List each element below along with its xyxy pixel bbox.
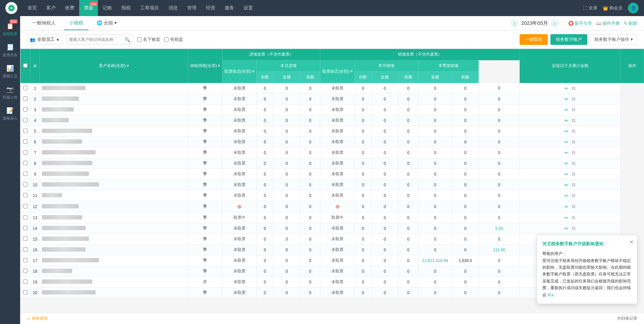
edit-icon[interactable]: ✏ xyxy=(565,96,569,102)
row-checkbox[interactable] xyxy=(23,290,28,295)
sidebar-item-scan-upload[interactable]: 📷 扫描上传 xyxy=(0,82,20,103)
main-content: 一般纳税人 小规模 🌐 全能 ▾ ‹ 2023年05月 › ⭕ 新手引导 📖 操… xyxy=(20,16,644,324)
copy-icon[interactable]: ⧉ xyxy=(572,139,575,145)
tax-digital-account-btn[interactable]: 税务数字账户 xyxy=(550,34,587,45)
nav-ticket[interactable]: 票据 new xyxy=(79,0,98,16)
edit-icon[interactable]: ✏ xyxy=(565,226,569,231)
user-avatar[interactable]: 👤 xyxy=(628,3,639,13)
copy-icon[interactable]: ⧉ xyxy=(572,193,575,198)
row-checkbox[interactable] xyxy=(23,215,28,219)
tab-small-scale[interactable]: 小规模 xyxy=(64,17,89,30)
row-checkbox[interactable] xyxy=(23,247,28,252)
edit-icon[interactable]: ✏ xyxy=(565,150,569,155)
copy-icon[interactable]: ⧉ xyxy=(572,171,575,177)
th-in-status: 取票状态(全部) ▾ xyxy=(222,60,257,83)
edit-icon[interactable]: ✏ xyxy=(565,118,569,123)
row-checkbox[interactable] xyxy=(23,182,28,187)
row-checkbox[interactable] xyxy=(23,204,28,208)
nav-customer[interactable]: 客户 xyxy=(42,0,60,16)
row-cumulative-cell: 0 xyxy=(479,158,520,169)
row-out-status-cell: 取票中 xyxy=(320,212,355,223)
copy-icon[interactable]: ⧉ xyxy=(572,225,575,231)
row-checkbox[interactable] xyxy=(23,96,28,101)
search-button[interactable]: 🔍 xyxy=(124,37,130,42)
row-checkbox[interactable] xyxy=(23,237,28,241)
nav-home[interactable]: 首页 xyxy=(23,0,42,16)
employee-select[interactable]: 👥 全部员工 ▾ xyxy=(27,35,62,45)
prev-month-btn[interactable]: ‹ xyxy=(511,19,519,27)
copy-icon[interactable]: ⧉ xyxy=(572,150,575,155)
sidebar-item-invoice-open[interactable]: 🧾 发票开具 xyxy=(0,40,20,61)
fullscreen-btn[interactable]: ⛶ 全屏 xyxy=(583,5,597,11)
edit-icon[interactable]: ✏ xyxy=(565,161,569,166)
row-checkbox[interactable] xyxy=(23,279,28,284)
row-action-cell: ✏ ⧉ xyxy=(520,180,620,190)
row-checkbox[interactable] xyxy=(23,139,28,144)
copy-icon[interactable]: ⧉ xyxy=(572,96,575,102)
tax-digital-account-ops-btn[interactable]: 税务数字账户操作 ▾ xyxy=(590,34,637,45)
row-cumulative-cell: 0 xyxy=(479,287,520,298)
tab-all[interactable]: 🌐 全能 ▾ xyxy=(91,17,122,30)
edit-icon[interactable]: ✏ xyxy=(565,182,569,188)
nav-fee[interactable]: 收费 xyxy=(60,0,79,16)
sidebar-item-ticket-entry[interactable]: 📝 票据录入 xyxy=(0,103,20,124)
copy-icon[interactable]: ⧉ xyxy=(572,160,575,166)
edit-icon[interactable]: ✏ xyxy=(565,193,569,198)
next-month-btn[interactable]: › xyxy=(551,19,559,27)
new-guide-btn[interactable]: ⭕ 新手引导 xyxy=(568,20,592,26)
copy-icon[interactable]: ⧉ xyxy=(572,204,575,209)
edit-icon[interactable]: ✏ xyxy=(565,204,569,209)
nav-tax[interactable]: 报税 xyxy=(117,0,136,16)
sidebar-item-smart-ticket[interactable]: new 📋 智能取票 xyxy=(0,19,20,40)
row-checkbox[interactable] xyxy=(23,107,28,112)
nav-message[interactable]: 消息 xyxy=(164,0,182,16)
table-row: 7 季 未取票 0 0 0 未取票 0 0 0 0 0 0 ✏ ⧉ xyxy=(20,147,644,158)
search-input[interactable] xyxy=(69,37,124,42)
row-checkbox[interactable] xyxy=(23,269,28,273)
row-checkbox[interactable] xyxy=(23,161,28,165)
row-checkbox[interactable] xyxy=(23,258,28,262)
notification-close-btn[interactable]: ✕ xyxy=(629,238,634,247)
edit-icon[interactable]: ✏ xyxy=(565,129,569,134)
toolbar-right: 一键取票 税务数字账户 税务数字账户操作 ▾ xyxy=(520,34,637,45)
nav-accounting[interactable]: 记账 xyxy=(98,0,117,16)
status-label: 未取票 xyxy=(331,150,343,155)
edit-icon[interactable]: ✏ xyxy=(565,139,569,145)
sidebar-item-ticket-summary[interactable]: 📊 票据汇总 xyxy=(0,61,20,82)
row-checkbox[interactable] xyxy=(23,118,28,122)
row-checkbox[interactable] xyxy=(23,150,28,154)
row-checkbox[interactable] xyxy=(23,86,28,90)
row-checkbox[interactable] xyxy=(23,193,28,197)
nav-operate[interactable]: 经营 xyxy=(201,0,220,16)
tax-policy-link[interactable]: ⚠ 税务政策 xyxy=(27,316,48,321)
checkbox-account-set[interactable]: 名下账套 xyxy=(137,37,160,43)
copy-icon[interactable]: ⧉ xyxy=(572,215,575,220)
edit-icon[interactable]: ✏ xyxy=(565,86,569,91)
refresh-btn[interactable]: ↻ 刷新 xyxy=(624,20,637,26)
copy-icon[interactable]: ⧉ xyxy=(572,85,575,91)
row-checkbox[interactable] xyxy=(23,129,28,133)
copy-icon[interactable]: ⧉ xyxy=(572,118,575,123)
edit-icon[interactable]: ✏ xyxy=(565,172,569,177)
row-in-status-cell: 未取票 xyxy=(222,115,257,126)
edit-icon[interactable]: ✏ xyxy=(565,215,569,220)
one-click-ticket-btn[interactable]: 一键取票 xyxy=(520,34,548,45)
nav-manage[interactable]: 管理 xyxy=(182,0,201,16)
checkbox-tax-disk[interactable]: 有税盘 xyxy=(164,37,183,43)
copy-icon[interactable]: ⧉ xyxy=(572,182,575,188)
row-name-cell xyxy=(40,201,188,212)
edit-icon[interactable]: ✏ xyxy=(565,107,569,113)
copy-icon[interactable]: ⧉ xyxy=(572,107,575,113)
row-checkbox[interactable] xyxy=(23,226,28,230)
select-all-checkbox[interactable] xyxy=(23,63,28,68)
row-out-status-cell: 未取票 xyxy=(320,255,355,266)
row-checkbox[interactable] xyxy=(23,172,28,176)
tab-general-taxpayer[interactable]: 一般纳税人 xyxy=(27,17,61,30)
row-in-tax-cell: 0 xyxy=(300,158,320,169)
nav-business[interactable]: 工商项目 xyxy=(136,0,164,16)
nav-settings[interactable]: 设置 xyxy=(239,0,258,16)
nav-service[interactable]: 服务 xyxy=(220,0,239,16)
member-btn[interactable]: 👑 购会员 xyxy=(603,5,623,11)
manual-btn[interactable]: 📖 操作手册 xyxy=(596,20,620,26)
copy-icon[interactable]: ⧉ xyxy=(572,128,575,134)
